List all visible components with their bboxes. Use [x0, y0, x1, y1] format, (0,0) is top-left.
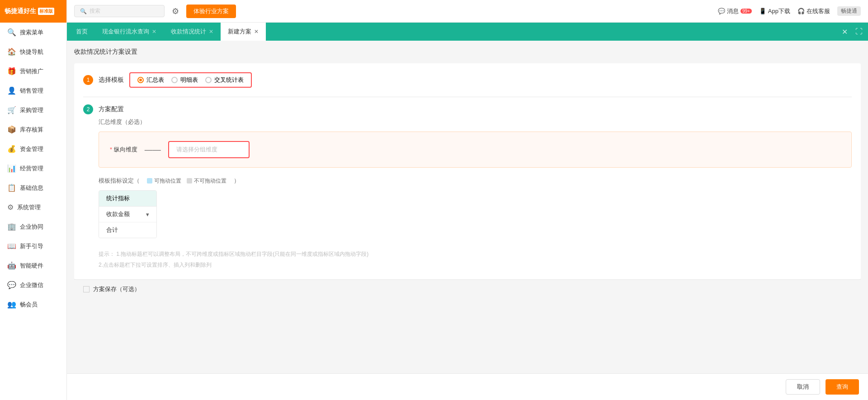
dimension-area: * 纵向维度 —— 请选择分组维度	[99, 132, 852, 168]
purchase-icon: 🛒	[7, 106, 16, 114]
dimension-section-title: 汇总维度（必选）	[99, 118, 852, 126]
metrics-section: 模板指标设定（ 可拖动位置 不可拖动位置	[99, 177, 852, 240]
tab-collection-stats-label: 收款情况统计	[171, 28, 206, 36]
tab-bar: 首页 现金银行流水查询 ✕ 收款情况统计 ✕ 新建方案 ✕ ✕ ⛶	[67, 23, 868, 41]
sidebar-item-operations[interactable]: 📊 经营管理	[0, 159, 66, 178]
radio-cross[interactable]: 交叉统计表	[205, 76, 244, 84]
radio-summary-label: 汇总表	[146, 76, 164, 84]
trial-button[interactable]: 体验行业方案	[186, 5, 236, 18]
nodrag-dot-icon	[187, 178, 192, 184]
dimension-arrow: ——	[145, 145, 161, 155]
sidebar-item-basic-info[interactable]: 📋 基础信息	[0, 178, 66, 198]
hint-row-2: 2.点击标题栏下拉可设置排序、插入列和删除列	[99, 259, 852, 270]
app-download-button[interactable]: 📱 App下载	[759, 7, 790, 15]
step1-row: 1 选择模板 汇总表 明细表 交叉统计表	[83, 72, 852, 88]
tab-collection-stats-close[interactable]: ✕	[209, 28, 213, 35]
query-button[interactable]: 查询	[826, 379, 859, 395]
legend-drag: 可拖动位置	[147, 177, 181, 185]
tab-bank-flow[interactable]: 现金银行流水查询 ✕	[95, 23, 164, 41]
sidebar-item-finance[interactable]: 💰 资金管理	[0, 139, 66, 159]
dimension-selector[interactable]: 请选择分组维度	[168, 141, 250, 158]
metrics-header: 模板指标设定（ 可拖动位置 不可拖动位置	[99, 177, 852, 185]
sidebar-item-purchase[interactable]: 🛒 采购管理	[0, 100, 66, 120]
guide-icon: 📖	[7, 242, 16, 250]
page-title: 收款情况统计方案设置	[74, 48, 861, 56]
sidebar-item-label: 营销推广	[20, 67, 43, 75]
smart-hw-icon: 🤖	[7, 261, 16, 270]
radio-detail[interactable]: 明细表	[171, 76, 198, 84]
user-avatar[interactable]: 畅捷通	[837, 6, 861, 16]
sidebar-item-label: 快捷导航	[20, 48, 43, 56]
tab-close-all-button[interactable]: ✕	[839, 26, 850, 37]
radio-summary-circle	[137, 77, 144, 83]
search-icon: 🔍	[80, 8, 87, 14]
sidebar-item-quick-nav[interactable]: 🏠 快捷导航	[0, 42, 66, 61]
hints-section: 提示： 1.拖动标题栏可以调整布局，不可跨维度或指标区域拖动栏目字段(只能在同一…	[99, 249, 852, 270]
logo-badge: 标准版	[38, 8, 54, 15]
cancel-button[interactable]: 取消	[786, 379, 820, 395]
settings-button[interactable]: ⚙	[168, 4, 183, 19]
online-service-button[interactable]: 🎧 在线客服	[797, 7, 830, 15]
metrics-table-header: 统计指标	[99, 191, 156, 207]
header-right: 💬 消息 99+ 📱 App下载 🎧 在线客服 畅捷通	[718, 6, 861, 16]
radio-summary[interactable]: 汇总表	[137, 76, 164, 84]
settings-card: 1 选择模板 汇总表 明细表 交叉统计表	[74, 63, 861, 279]
metrics-cell-total: 合计	[106, 226, 142, 234]
operations-icon: 📊	[7, 164, 16, 173]
radio-detail-circle	[171, 77, 178, 83]
tab-bank-flow-close[interactable]: ✕	[152, 28, 156, 35]
wechat-icon: 💬	[7, 281, 16, 289]
sidebar-item-wechat[interactable]: 💬 企业微信	[0, 275, 66, 295]
save-checkbox[interactable]	[83, 286, 90, 292]
tab-new-plan[interactable]: 新建方案 ✕	[221, 23, 266, 41]
config-container: 汇总维度（必选） * 纵向维度 —— 请选择分组维度	[99, 118, 852, 270]
radio-detail-label: 明细表	[180, 76, 198, 84]
sidebar-item-smart-hw[interactable]: 🤖 智能硬件	[0, 256, 66, 275]
sidebar-item-label: 基础信息	[20, 184, 43, 192]
revenue-dropdown-icon[interactable]: ▾	[146, 211, 149, 218]
sidebar-item-inventory[interactable]: 📦 库存核算	[0, 120, 66, 139]
drag-dot-icon	[147, 178, 152, 184]
tab-home[interactable]: 首页	[69, 23, 95, 41]
step2-label: 方案配置	[99, 105, 124, 113]
sidebar-item-member[interactable]: 👥 畅会员	[0, 295, 66, 314]
search-bar[interactable]: 🔍 搜索	[74, 5, 165, 17]
legend-nodrag: 不可拖动位置	[187, 177, 226, 185]
metrics-cell-revenue: 收款金额	[106, 210, 142, 218]
sidebar-item-sales[interactable]: 👤 销售管理	[0, 81, 66, 100]
search-menu-icon: 🔍	[7, 28, 16, 37]
sidebar-item-label: 智能硬件	[20, 262, 43, 270]
metrics-row-total: 合计	[99, 222, 156, 238]
dimension-row: * 纵向维度 —— 请选择分组维度	[110, 141, 840, 158]
sidebar-item-label: 搜索菜单	[20, 28, 43, 37]
notification-button[interactable]: 💬 消息 99+	[718, 7, 752, 15]
tab-new-plan-close[interactable]: ✕	[254, 28, 259, 35]
tab-collection-stats[interactable]: 收款情况统计 ✕	[164, 23, 221, 41]
basic-info-icon: 📋	[7, 184, 16, 192]
sidebar-item-search-menu[interactable]: 🔍 搜索菜单	[0, 23, 66, 42]
search-placeholder: 搜索	[90, 7, 100, 15]
sidebar-item-label: 企业微信	[20, 281, 43, 289]
tab-bar-right: ✕ ⛶	[839, 26, 868, 37]
sidebar-item-label: 系统管理	[17, 203, 41, 212]
sidebar-item-system[interactable]: ⚙ 系统管理	[0, 198, 66, 217]
notification-label: 消息	[727, 7, 739, 15]
tab-expand-button[interactable]: ⛶	[854, 26, 864, 37]
sidebar-item-label: 经营管理	[20, 165, 43, 173]
metrics-row-revenue: 收款金额 ▾	[99, 207, 156, 222]
sidebar-logo: 畅捷通好生 标准版	[0, 0, 66, 23]
sidebar-item-guide[interactable]: 📖 新手引导	[0, 236, 66, 256]
system-icon: ⚙	[7, 203, 14, 212]
metrics-table: 统计指标 收款金额 ▾ 合计	[99, 190, 157, 238]
finance-icon: 💰	[7, 145, 16, 153]
sales-icon: 👤	[7, 86, 16, 95]
step2-badge: 2	[83, 104, 93, 114]
sidebar-item-label: 资金管理	[20, 145, 43, 153]
step2-row: 2 方案配置	[83, 104, 852, 114]
metrics-legend: 可拖动位置 不可拖动位置	[147, 177, 226, 185]
sidebar-item-enterprise[interactable]: 🏢 企业协同	[0, 217, 66, 236]
nodrag-label: 不可拖动位置	[194, 177, 226, 185]
app-download-label: App下载	[768, 7, 790, 15]
sidebar-item-label: 库存核算	[20, 126, 43, 134]
sidebar-item-marketing[interactable]: 🎁 营销推广	[0, 61, 66, 81]
